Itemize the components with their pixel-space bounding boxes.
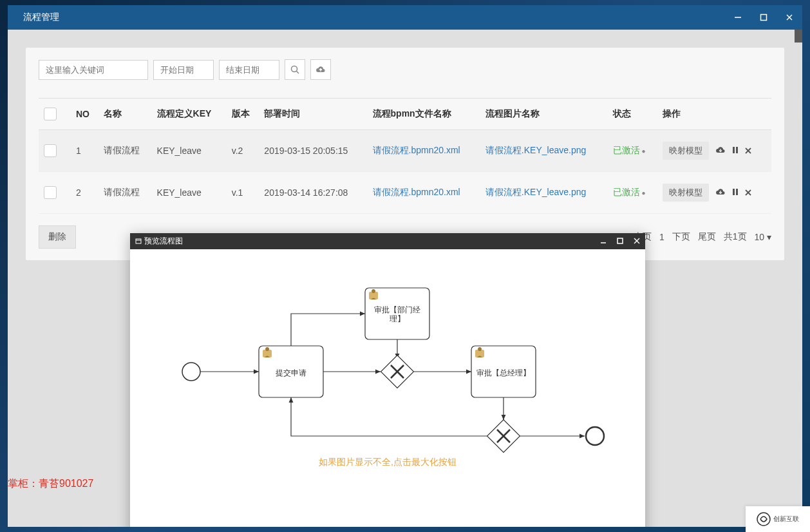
delete-row-icon[interactable]: [745, 187, 751, 198]
svg-point-43: [757, 513, 770, 526]
col-version: 版本: [227, 99, 259, 130]
svg-point-42: [586, 427, 604, 445]
svg-rect-1: [761, 15, 767, 21]
svg-point-20: [182, 363, 200, 381]
col-ops: 操作: [657, 99, 771, 130]
modal-titlebar[interactable]: 预览流程图: [130, 233, 645, 249]
last-page[interactable]: 尾页: [698, 231, 716, 243]
watermark-text: 掌柜：青苔901027: [8, 477, 93, 491]
logo-icon: [757, 512, 771, 526]
page-size-select[interactable]: 10 ▾: [755, 232, 771, 242]
page-number[interactable]: 1: [659, 232, 664, 242]
modal-title-text: 预览流程图: [144, 236, 183, 247]
pagination: 上页 1 下页 尾页 共1页 10 ▾: [634, 231, 771, 243]
cell-key: KEY_leave: [152, 172, 227, 214]
svg-text:审批【总经理】: 审批【总经理】: [476, 368, 531, 377]
cell-no: 2: [71, 172, 99, 214]
pause-icon[interactable]: [732, 146, 739, 156]
modal-close-icon[interactable]: [634, 237, 640, 246]
cell-deploy-time: 2019-03-15 20:05:15: [259, 130, 367, 172]
svg-rect-7: [736, 147, 738, 153]
svg-rect-10: [733, 189, 735, 195]
corner-logo: 创新互联: [746, 506, 810, 532]
row-checkbox[interactable]: [44, 186, 57, 199]
status-dot-icon: ●: [641, 189, 645, 196]
minimize-icon[interactable]: [733, 12, 743, 23]
titlebar: 流程管理: [8, 5, 802, 30]
task-submit-label: 提交申请: [276, 368, 306, 377]
bpmn-file-link[interactable]: 请假流程.bpmn20.xml: [373, 145, 460, 155]
bulk-delete-button[interactable]: 删除: [39, 225, 76, 249]
cell-no: 1: [71, 130, 99, 172]
svg-rect-17: [617, 238, 623, 243]
row-checkbox[interactable]: [44, 144, 57, 157]
cell-name: 请假流程: [99, 130, 152, 172]
cell-version: v.1: [227, 172, 259, 214]
svg-rect-6: [733, 147, 735, 153]
search-button[interactable]: [285, 59, 305, 80]
cell-deploy-time: 2019-03-14 16:27:08: [259, 172, 367, 214]
content-area: NO 名称 流程定义KEY 版本 部署时间 流程bpmn文件名称 流程图片名称 …: [8, 30, 802, 527]
cell-version: v.2: [227, 130, 259, 172]
modal-maximize-icon[interactable]: [617, 237, 623, 246]
modal-hint-text: 如果图片显示不全,点击最大化按钮: [130, 457, 645, 468]
filter-bar: [39, 59, 771, 80]
process-table: NO 名称 流程定义KEY 版本 部署时间 流程bpmn文件名称 流程图片名称 …: [39, 98, 771, 214]
close-icon[interactable]: [784, 12, 795, 23]
window-controls: [733, 12, 795, 23]
map-model-button[interactable]: 映射模型: [663, 184, 709, 202]
pause-icon[interactable]: [732, 187, 739, 198]
col-key: 流程定义KEY: [152, 99, 227, 130]
app-window: 流程管理: [8, 5, 802, 527]
start-date-input[interactable]: [153, 60, 214, 80]
modal-body: 提交申请 审批【部门经 理】: [130, 249, 645, 527]
svg-text:理】: 理】: [390, 314, 405, 323]
col-no: NO: [71, 99, 99, 130]
preview-modal: 预览流程图: [130, 233, 645, 527]
table-header-row: NO 名称 流程定义KEY 版本 部署时间 流程bpmn文件名称 流程图片名称 …: [39, 99, 771, 130]
maximize-icon[interactable]: [758, 12, 769, 23]
status-dot-icon: ●: [641, 147, 645, 155]
svg-line-5: [297, 71, 299, 74]
cell-name: 请假流程: [99, 172, 152, 214]
modal-minimize-icon[interactable]: [600, 237, 607, 246]
image-file-link[interactable]: 请假流程.KEY_leave.png: [485, 187, 586, 197]
upload-button[interactable]: [310, 59, 331, 80]
svg-rect-11: [736, 189, 738, 195]
delete-row-icon[interactable]: [745, 146, 751, 156]
download-icon[interactable]: [715, 146, 726, 157]
row-actions: 映射模型: [663, 142, 766, 160]
status-badge: 已激活: [613, 145, 640, 155]
cloud-upload-icon: [316, 65, 326, 74]
main-panel: NO 名称 流程定义KEY 版本 部署时间 流程bpmn文件名称 流程图片名称 …: [26, 48, 784, 260]
table-row: 2 请假流程 KEY_leave v.1 2019-03-14 16:27:08…: [39, 172, 771, 214]
col-status: 状态: [608, 99, 657, 130]
map-model-button[interactable]: 映射模型: [663, 142, 709, 160]
table-row: 1 请假流程 KEY_leave v.2 2019-03-15 20:05:15…: [39, 130, 771, 172]
download-icon[interactable]: [715, 187, 726, 198]
end-date-input[interactable]: [219, 60, 279, 80]
col-bpmn-file: 流程bpmn文件名称: [368, 99, 480, 130]
col-image-file: 流程图片名称: [480, 99, 608, 130]
window-title: 流程管理: [15, 12, 59, 23]
col-deploy-time: 部署时间: [259, 99, 367, 130]
keyword-input[interactable]: [39, 60, 148, 80]
col-name: 名称: [99, 99, 152, 130]
image-file-link[interactable]: 请假流程.KEY_leave.png: [485, 145, 586, 155]
svg-text:审批【部门经: 审批【部门经: [374, 305, 420, 314]
status-badge: 已激活: [613, 187, 640, 197]
logo-text: 创新互联: [773, 515, 799, 524]
cell-key: KEY_leave: [152, 130, 227, 172]
total-pages: 共1页: [724, 231, 747, 243]
next-page[interactable]: 下页: [672, 231, 690, 243]
row-actions: 映射模型: [663, 184, 766, 202]
svg-rect-14: [136, 239, 141, 243]
bpmn-file-link[interactable]: 请假流程.bpmn20.xml: [373, 187, 460, 197]
scrollbar-thumb[interactable]: [795, 30, 802, 43]
select-all-checkbox[interactable]: [44, 108, 57, 120]
search-icon: [290, 65, 299, 74]
svg-point-4: [292, 66, 297, 72]
bpmn-diagram: 提交申请 审批【部门经 理】: [130, 249, 645, 481]
modal-icon: [135, 237, 142, 246]
